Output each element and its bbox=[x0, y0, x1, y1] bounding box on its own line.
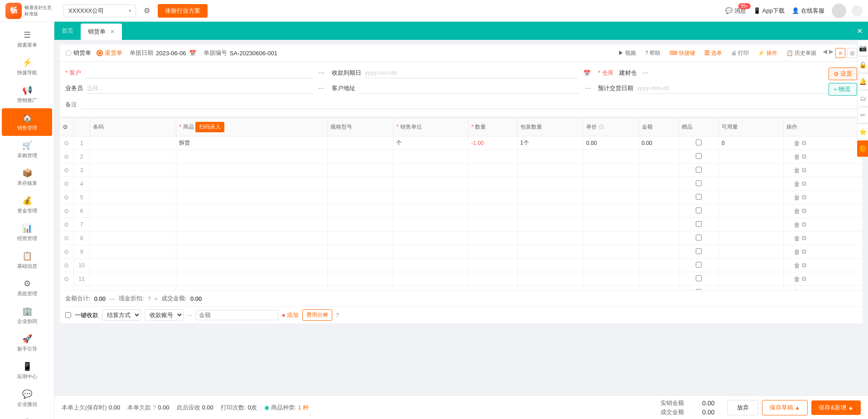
cell-unit-10[interactable] bbox=[393, 272, 468, 286]
cell-qty-11[interactable] bbox=[468, 286, 517, 291]
customer-input[interactable] bbox=[85, 67, 313, 78]
cell-qty-9[interactable] bbox=[468, 259, 517, 272]
cell-pkg-9[interactable] bbox=[517, 259, 583, 272]
cell-gift-7[interactable] bbox=[679, 231, 718, 245]
cell-barcode-9[interactable] bbox=[90, 259, 176, 272]
payment-method-select[interactable]: 结算方式 bbox=[102, 309, 141, 321]
cell-pkg-7[interactable] bbox=[517, 231, 583, 245]
cell-spec-6[interactable] bbox=[327, 218, 393, 231]
cell-barcode-4[interactable] bbox=[90, 191, 176, 204]
salesperson-input[interactable] bbox=[87, 83, 313, 94]
cell-pkg-3[interactable] bbox=[517, 177, 583, 191]
cell-qty-3[interactable] bbox=[468, 177, 517, 191]
cell-spec-9[interactable] bbox=[327, 259, 393, 272]
cell-product-6[interactable] bbox=[176, 218, 328, 231]
sidebar-item-marketing[interactable]: 📢 营销推广 bbox=[0, 81, 54, 108]
row-copy-icon-2[interactable]: ⧉ bbox=[802, 166, 806, 174]
cell-gift-10[interactable] bbox=[679, 272, 718, 286]
row-copy-icon-6[interactable]: ⧉ bbox=[802, 221, 806, 228]
layout-list-icon[interactable]: ≡ bbox=[835, 48, 845, 58]
sidebar-item-wechat[interactable]: 💬 企业微信 bbox=[0, 385, 54, 412]
row-delete-icon-11[interactable]: 🗑 bbox=[794, 289, 800, 291]
shortcut-btn[interactable]: ⌨ 快捷键 bbox=[667, 48, 698, 58]
debt-help-icon[interactable]: ? bbox=[153, 404, 156, 411]
gift-checkbox-2[interactable] bbox=[696, 167, 702, 173]
row-gear-icon-3[interactable]: ⊙ bbox=[64, 180, 69, 187]
radio-sales-order[interactable]: 销货单 bbox=[65, 49, 91, 57]
salesperson-dots-icon[interactable]: ··· bbox=[318, 84, 324, 92]
sidebar-item-enterprise[interactable]: 🏢 企业协同 bbox=[0, 302, 54, 329]
save-new-button[interactable]: 保存&新增 ▲ bbox=[811, 400, 861, 415]
row-gear-icon-5[interactable]: ⊙ bbox=[64, 207, 69, 214]
cell-product-9[interactable] bbox=[176, 259, 328, 272]
cell-qty-5[interactable] bbox=[468, 204, 517, 218]
cell-amount-6[interactable] bbox=[639, 218, 679, 231]
cell-spec-8[interactable] bbox=[327, 245, 393, 259]
cell-product-7[interactable] bbox=[176, 231, 328, 245]
tab-home[interactable]: 首页 bbox=[54, 22, 81, 40]
product-count-value[interactable]: 1 种 bbox=[298, 404, 309, 412]
customer-addr-input[interactable] bbox=[359, 83, 579, 94]
messages-item[interactable]: 💬 消息 99+ bbox=[725, 7, 746, 15]
cell-amount-1[interactable] bbox=[639, 150, 679, 164]
select-btn[interactable]: ☰ 选单 bbox=[702, 48, 725, 58]
sidebar-item-sales[interactable]: 🏠 销售管理 bbox=[2, 108, 52, 136]
cell-unit-3[interactable] bbox=[393, 177, 468, 191]
gift-checkbox-7[interactable] bbox=[696, 235, 702, 241]
cell-price-8[interactable] bbox=[583, 245, 639, 259]
cell-spec-0[interactable] bbox=[327, 136, 393, 150]
expense-split-button[interactable]: 费用分摊 bbox=[302, 309, 332, 321]
table-wrapper[interactable]: ⚙ 条码 * 商品 扫码录入 规格型号 * 销售单位 * 数量 包 bbox=[60, 118, 863, 290]
help-btn[interactable]: ? 帮助 bbox=[642, 48, 663, 58]
cell-gift-8[interactable] bbox=[679, 245, 718, 259]
gift-checkbox-3[interactable] bbox=[696, 180, 702, 186]
cell-price-5[interactable] bbox=[583, 204, 639, 218]
row-copy-icon-4[interactable]: ⧉ bbox=[802, 193, 806, 201]
cell-price-10[interactable] bbox=[583, 272, 639, 286]
gift-checkbox-5[interactable] bbox=[696, 207, 702, 213]
help-circle-icon[interactable]: ? bbox=[148, 295, 151, 302]
abandon-button[interactable]: 放弃 bbox=[727, 400, 758, 415]
cell-price-9[interactable] bbox=[583, 259, 639, 272]
tab-sales-order[interactable]: 销货单 ✕ bbox=[81, 24, 122, 40]
row-gear-icon-6[interactable]: ⊙ bbox=[64, 221, 69, 228]
warehouse-dots-icon[interactable]: ··· bbox=[642, 69, 648, 77]
sidebar-item-search[interactable]: ☰ 搜索菜单 bbox=[0, 25, 54, 53]
cell-product-1[interactable] bbox=[176, 150, 328, 164]
cell-barcode-8[interactable] bbox=[90, 245, 176, 259]
sidebar-item-purchase[interactable]: 🛒 采购管理 bbox=[0, 136, 54, 164]
row-gear-icon-8[interactable]: ⊙ bbox=[64, 248, 69, 255]
cell-price-6[interactable] bbox=[583, 218, 639, 231]
side-action-camera[interactable]: 📷 bbox=[857, 40, 868, 56]
history-btn[interactable]: 📋 历史单据 bbox=[784, 48, 819, 58]
cell-gift-9[interactable] bbox=[679, 259, 718, 272]
cell-qty-7[interactable] bbox=[468, 231, 517, 245]
row-delete-icon-8[interactable]: 🗑 bbox=[794, 248, 800, 255]
row-copy-icon-8[interactable]: ⧉ bbox=[802, 248, 806, 255]
sidebar-item-operations[interactable]: 📊 经营管理 bbox=[0, 219, 54, 246]
logistics-button[interactable]: + 物流 bbox=[829, 83, 857, 96]
side-action-folder[interactable]: 🗂 bbox=[857, 90, 868, 106]
cell-spec-1[interactable] bbox=[327, 150, 393, 164]
row-copy-icon-0[interactable]: ⧉ bbox=[802, 139, 806, 147]
tab-close-icon[interactable]: ✕ bbox=[110, 29, 115, 35]
cell-price-0[interactable]: 0.00 bbox=[583, 136, 639, 150]
row-gear-icon-11[interactable]: ⊙ bbox=[64, 289, 69, 290]
cell-amount-10[interactable] bbox=[639, 272, 679, 286]
row-copy-icon-5[interactable]: ⧉ bbox=[802, 207, 806, 215]
cell-barcode-3[interactable] bbox=[90, 177, 176, 191]
sidebar-item-finance[interactable]: 💰 资金管理 bbox=[0, 191, 54, 219]
gift-checkbox-11[interactable] bbox=[696, 289, 702, 291]
side-action-orange[interactable]: 🟠 bbox=[857, 140, 868, 157]
row-gear-icon-10[interactable]: ⊙ bbox=[64, 275, 69, 282]
cell-unit-6[interactable] bbox=[393, 218, 468, 231]
cell-gift-6[interactable] bbox=[679, 218, 718, 231]
gift-checkbox-0[interactable] bbox=[696, 140, 702, 145]
row-delete-icon-10[interactable]: 🗑 bbox=[794, 275, 800, 283]
cell-amount-0[interactable]: 0.00 bbox=[639, 136, 679, 150]
sidebar-item-basic[interactable]: 📋 基础信息 bbox=[0, 246, 54, 274]
settings-icon-top[interactable]: ⚙ bbox=[140, 4, 154, 18]
cell-barcode-5[interactable] bbox=[90, 204, 176, 218]
app-download-item[interactable]: 📱 App下载 bbox=[753, 7, 785, 15]
sidebar-item-guide[interactable]: 🚀 新手引导 bbox=[0, 329, 54, 357]
